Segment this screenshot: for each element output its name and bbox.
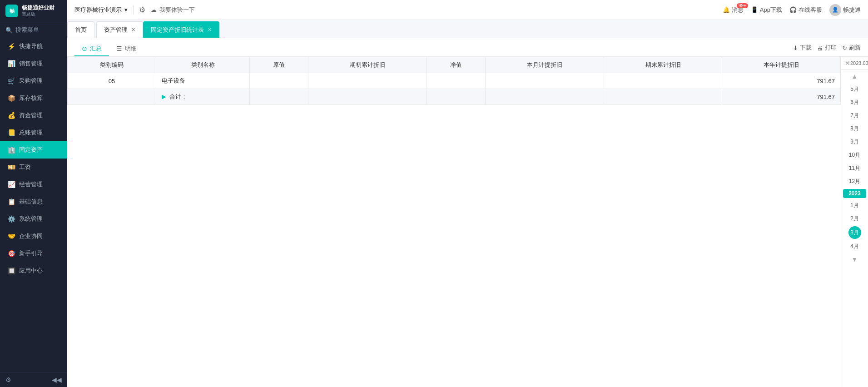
- enterprise-icon: 🤝: [7, 233, 15, 240]
- detail-tab-label: 明细: [125, 45, 137, 53]
- sidebar-nav: ⚡ 快捷导航 📊 销售管理 🛒 采购管理 📦 库存核算 💰 资金管理 📒 总账管…: [0, 38, 67, 372]
- sidebar-item-label: 销售管理: [19, 60, 43, 68]
- quick-nav-icon: ⚡: [7, 43, 15, 50]
- depreciation-table: 类别编码 类别名称 原值 期初累计折旧 净值 本月计提折旧 期末累计折旧 本年计…: [67, 57, 841, 105]
- sidebar-item-app-center[interactable]: 🔲 应用中心: [0, 262, 67, 279]
- col-name: 类别名称: [156, 57, 250, 73]
- topbar-divider: [133, 5, 134, 15]
- sidebar-item-fixed-assets[interactable]: 🏢 固定资产: [0, 141, 67, 159]
- date-panel-year-label: 2023.03: [850, 60, 868, 66]
- date-month-6[interactable]: 6月: [841, 96, 868, 109]
- date-month-8[interactable]: 8月: [841, 122, 868, 135]
- tab-fixed-asset-depreciation[interactable]: 固定资产折旧统计表 ✕: [143, 21, 219, 38]
- notification-btn[interactable]: 🔔 消息 99+: [723, 6, 744, 14]
- sidebar-search[interactable]: 🔍 搜索菜单: [0, 22, 67, 38]
- sidebar-item-label: 经营管理: [19, 180, 43, 189]
- date-month-3-active[interactable]: 3月: [848, 226, 861, 239]
- print-btn[interactable]: 🖨 打印: [817, 44, 837, 52]
- date-month-10[interactable]: 10月: [841, 149, 868, 162]
- toolbar-right: ⬇ 下载 🖨 打印 ↻ 刷新: [793, 44, 861, 55]
- sidebar-item-payroll[interactable]: 💴 工资: [0, 159, 67, 176]
- date-month-4[interactable]: 4月: [841, 240, 868, 253]
- date-month-1[interactable]: 1月: [841, 199, 868, 212]
- sidebar-item-ledger[interactable]: 📒 总账管理: [0, 124, 67, 141]
- sidebar-footer: ⚙ ◀◀: [0, 372, 67, 387]
- sidebar-item-enterprise[interactable]: 🤝 企业协同: [0, 228, 67, 245]
- subtotal-row: ▶ 合计： 791.67: [68, 89, 841, 105]
- dropdown-icon: ▾: [124, 6, 128, 13]
- notification-icon: 🔔: [723, 6, 730, 13]
- inner-tab-detail[interactable]: ☰ 明细: [109, 42, 144, 56]
- date-month-7[interactable]: 7月: [841, 109, 868, 122]
- topbar-right: 🔔 消息 99+ 📱 App下载 🎧 在线客服 👤 畅捷通: [723, 4, 861, 16]
- sidebar-item-finance[interactable]: 💰 资金管理: [0, 107, 67, 124]
- sidebar-item-operations[interactable]: 📈 经营管理: [0, 176, 67, 193]
- table-row[interactable]: 05 电子设备 791.67: [68, 73, 841, 89]
- inner-tabs: ⊙ 汇总 ☰ 明细 ⬇ 下载 🖨 打印 ↻ 刷新: [67, 38, 868, 57]
- sidebar-item-quick-nav[interactable]: ⚡ 快捷导航: [0, 38, 67, 55]
- sidebar-item-guide[interactable]: 🎯 新手引导: [0, 245, 67, 262]
- date-panel-close-btn[interactable]: ✕: [845, 60, 850, 67]
- company-selector[interactable]: 医疗器械行业演示 ▾: [74, 6, 128, 14]
- user-menu-btn[interactable]: 👤 畅捷通: [829, 4, 861, 16]
- date-month-12[interactable]: 12月: [841, 175, 868, 188]
- col-monthly-dep: 本月计提折旧: [486, 57, 604, 73]
- table-container: 类别编码 类别名称 原值 期初累计折旧 净值 本月计提折旧 期末累计折旧 本年计…: [67, 57, 841, 387]
- app-download-btn[interactable]: 📱 App下载: [751, 6, 782, 14]
- subtotal-net: [427, 89, 486, 105]
- col-opening-acc: 期初累计折旧: [308, 57, 427, 73]
- app-center-icon: 🔲: [7, 267, 15, 274]
- summary-tab-icon: ⊙: [82, 45, 87, 52]
- topbar: 医疗器械行业演示 ▾ ⚙ ☁ 我要体验一下 🔔 消息 99+ 📱 App下载 🎧…: [67, 0, 868, 20]
- topbar-settings-btn[interactable]: ⚙: [139, 5, 145, 14]
- sidebar-brand-name: 畅捷通好业财: [22, 5, 55, 11]
- sidebar-item-purchase[interactable]: 🛒 采购管理: [0, 72, 67, 89]
- experience-label: 我要体验一下: [159, 6, 195, 14]
- tab-home[interactable]: 首页: [67, 21, 94, 38]
- tab-asset-mgmt[interactable]: 资产管理 ✕: [96, 21, 143, 38]
- sidebar-item-label: 企业协同: [19, 232, 43, 240]
- sidebar-item-system[interactable]: ⚙️ 系统管理: [0, 210, 67, 228]
- sidebar-item-label: 固定资产: [19, 146, 43, 154]
- subtotal-annual-dep: 791.67: [722, 89, 841, 105]
- ledger-icon: 📒: [7, 129, 15, 136]
- cell-code: 05: [68, 73, 156, 89]
- basic-info-icon: 📋: [7, 198, 15, 205]
- sidebar-item-label: 基础信息: [19, 198, 43, 206]
- sidebar-item-label: 库存核算: [19, 94, 43, 102]
- user-name: 畅捷通: [843, 6, 861, 14]
- sidebar-item-label: 总账管理: [19, 129, 43, 137]
- finance-icon: 💰: [7, 112, 15, 119]
- download-btn[interactable]: ⬇ 下载: [793, 44, 812, 52]
- date-month-5[interactable]: 5月: [841, 83, 868, 96]
- customer-service-btn[interactable]: 🎧 在线客服: [789, 6, 822, 14]
- col-original: 原值: [250, 57, 308, 73]
- inner-tab-summary[interactable]: ⊙ 汇总: [74, 42, 109, 56]
- cell-monthly-dep: [486, 73, 604, 89]
- content-area: ⊙ 汇总 ☰ 明细 ⬇ 下载 🖨 打印 ↻ 刷新: [67, 38, 868, 387]
- download-label: 下载: [800, 44, 812, 52]
- date-year-2023[interactable]: 2023: [843, 189, 866, 198]
- tab-fixed-asset-close[interactable]: ✕: [208, 27, 212, 33]
- operations-icon: 📈: [7, 181, 15, 188]
- sidebar-item-inventory[interactable]: 📦 库存核算: [0, 89, 67, 107]
- sidebar-item-basic-info[interactable]: 📋 基础信息: [0, 193, 67, 210]
- refresh-btn[interactable]: ↻ 刷新: [842, 44, 861, 52]
- guide-icon: 🎯: [7, 250, 15, 257]
- sidebar-item-sales[interactable]: 📊 销售管理: [0, 55, 67, 72]
- cell-original: [250, 73, 308, 89]
- date-panel-header: ✕ 2023.03 ⤢: [841, 57, 868, 70]
- experience-btn[interactable]: ☁ 我要体验一下: [151, 6, 195, 14]
- date-scroll-down-btn[interactable]: ▼: [841, 253, 868, 266]
- collapse-btn[interactable]: ◀◀: [52, 376, 62, 383]
- settings-footer-btn[interactable]: ⚙: [5, 376, 11, 383]
- print-icon: 🖨: [817, 45, 823, 51]
- tab-asset-mgmt-close[interactable]: ✕: [131, 27, 135, 33]
- date-month-2[interactable]: 2月: [841, 212, 868, 225]
- date-scroll-up-btn[interactable]: ▲: [841, 70, 868, 83]
- date-month-11[interactable]: 11月: [841, 162, 868, 175]
- system-icon: ⚙️: [7, 215, 15, 223]
- col-annual-dep: 本年计提折旧: [722, 57, 841, 73]
- company-name: 医疗器械行业演示: [74, 6, 122, 14]
- date-month-9[interactable]: 9月: [841, 135, 868, 149]
